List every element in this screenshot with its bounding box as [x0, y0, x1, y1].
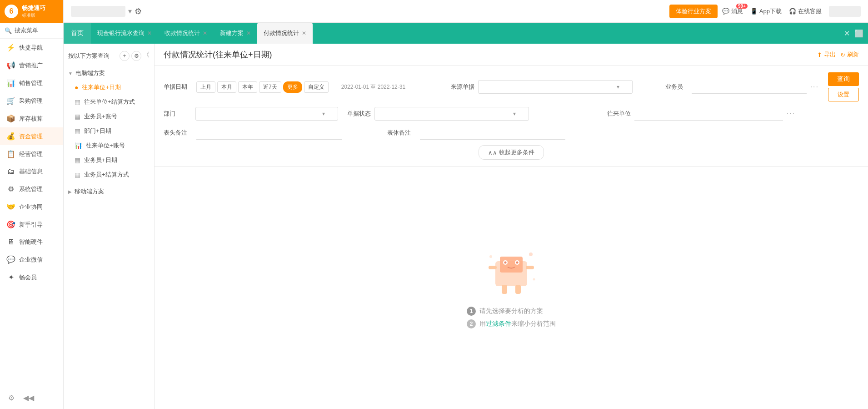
- table-header-note-label: 表头备注: [164, 129, 187, 137]
- scheme-settings-btn[interactable]: ⚙: [131, 51, 141, 61]
- salesman-dots[interactable]: ···: [810, 83, 819, 91]
- logo-sub: 标准版: [22, 12, 45, 19]
- date-btn-this-year[interactable]: 本年: [238, 81, 257, 93]
- date-btn-more[interactable]: 更多: [283, 81, 302, 93]
- right-panel: 付款情况统计(往来单位+日期) ⬆ 导出 ↻ 刷新 单据日期: [155, 44, 868, 409]
- tab-payment-stats[interactable]: 付款情况统计 ✕: [257, 23, 313, 44]
- scheme-add-btn[interactable]: +: [120, 51, 130, 61]
- hint-text-1: 请先选择要分析的方案: [479, 307, 543, 315]
- table-body-note-input[interactable]: [420, 126, 565, 140]
- mobile-group-arrow-icon: ▶: [68, 189, 72, 194]
- collapse-conditions-btn[interactable]: ∧∧ 收起更多条件: [479, 145, 544, 160]
- tab-bank-flow[interactable]: 现金银行流水查询 ✕: [91, 23, 158, 44]
- svg-rect-7: [526, 266, 534, 269]
- scheme-counterpart-date[interactable]: ● 往来单位+日期: [64, 80, 154, 95]
- export-btn[interactable]: ⬆ 导出: [817, 50, 836, 59]
- sidebar-item-basic[interactable]: 🗂 基础信息: [0, 163, 63, 180]
- sidebar-item-sales[interactable]: 📊 销售管理: [0, 74, 63, 92]
- svg-rect-1: [500, 257, 523, 273]
- date-btn-this-month[interactable]: 本月: [217, 81, 236, 93]
- sidebar-item-finance[interactable]: 💰 资金管理: [0, 127, 63, 145]
- search-menu[interactable]: 🔍 搜索菜单: [0, 23, 63, 39]
- tab-home[interactable]: 首页: [64, 23, 91, 44]
- sidebar-item-label: 企业协同: [19, 203, 43, 211]
- collapse-sidebar-btn[interactable]: ◀◀: [22, 391, 35, 404]
- date-filter-label: 单据日期: [164, 83, 187, 91]
- salesman-input[interactable]: [692, 80, 807, 94]
- refresh-btn[interactable]: ↻ 刷新: [840, 50, 859, 59]
- sidebar-bottom: ⚙ ◀◀: [0, 386, 63, 409]
- source-select[interactable]: ▾: [478, 80, 633, 94]
- main-area: ▾ ⚙ 体验行业方案 💬 消息 99+ 📱 App下载 🎧 在线客服 首页: [64, 0, 868, 409]
- scheme-salesman-settle-label: 业务员+结算方式: [84, 171, 129, 179]
- query-btn[interactable]: 查询: [828, 72, 859, 86]
- table-header-note-input[interactable]: [196, 126, 342, 140]
- header-settings-icon[interactable]: ⚙: [135, 6, 142, 16]
- settings-btn[interactable]: 设置: [828, 88, 859, 101]
- app-download-item[interactable]: 📱 App下载: [750, 7, 782, 15]
- scheme-salesman-date[interactable]: ▦ 业务员+日期: [64, 153, 154, 167]
- empty-hints: 1 请先选择要分析的方案 2 用过滤条件来缩小分析范围: [467, 307, 556, 328]
- scheme-counterpart-settle[interactable]: ▦ 往来单位+结算方式: [64, 95, 154, 109]
- message-item[interactable]: 💬 消息 99+: [722, 7, 743, 15]
- date-btn-custom[interactable]: 自定义: [304, 81, 329, 93]
- scheme-salesman-settle[interactable]: ▦ 业务员+结算方式: [64, 167, 154, 182]
- empty-illustration: [482, 247, 541, 298]
- filter-area: 单据日期 上月 本月 本年 近7天 更多 自定义 2022-01-01 至 20…: [155, 66, 868, 167]
- sidebar-item-label: 库存核算: [19, 115, 43, 123]
- system-icon: ⚙: [6, 185, 15, 193]
- counterpart-dots[interactable]: ···: [787, 110, 795, 118]
- sidebar-item-system[interactable]: ⚙ 系统管理: [0, 180, 63, 198]
- scheme-dept-date[interactable]: ▦ 部门+日期: [64, 124, 154, 138]
- sidebar-item-label: 营销推广: [19, 61, 43, 70]
- tab-bank-flow-close[interactable]: ✕: [147, 30, 152, 36]
- salesman-date-icon: ▦: [75, 157, 80, 164]
- scheme-group-mobile-title[interactable]: ▶ 移动端方案: [64, 185, 154, 198]
- tab-new-scheme[interactable]: 新建方案 ✕: [214, 23, 257, 44]
- tab-income-stats[interactable]: 收款情况统计 ✕: [158, 23, 214, 44]
- tab-maximize-btn[interactable]: ⬜: [854, 29, 863, 38]
- sidebar-item-guide[interactable]: 🎯 新手引导: [0, 216, 63, 233]
- scheme-header: 按以下方案查询 + ⚙ 《: [64, 48, 154, 64]
- online-service-item[interactable]: 🎧 在线客服: [789, 7, 822, 15]
- sidebar-item-wechat[interactable]: 💬 企业微信: [0, 251, 63, 268]
- tab-close-all-btn[interactable]: ✕: [844, 29, 850, 38]
- source-filter-label: 来源单据: [451, 83, 474, 91]
- dept-select-arrow-icon: ▾: [322, 111, 325, 117]
- main-content: 1 请先选择要分析的方案 2 用过滤条件来缩小分析范围: [155, 167, 868, 409]
- sales-icon: 📊: [6, 79, 15, 87]
- user-info-placeholder: [829, 6, 861, 17]
- doc-status-select[interactable]: ▾: [374, 107, 529, 121]
- trial-btn[interactable]: 体验行业方案: [669, 5, 718, 18]
- svg-point-11: [529, 252, 533, 256]
- date-btn-last-month[interactable]: 上月: [196, 81, 215, 93]
- settings-bottom-btn[interactable]: ⚙: [5, 391, 18, 404]
- sidebar-item-hardware[interactable]: 🖥 智能硬件: [0, 233, 63, 251]
- scheme-counterpart-account[interactable]: 📊 往来单位+账号: [64, 138, 154, 153]
- counterpart-input[interactable]: [634, 107, 783, 121]
- dept-select[interactable]: ▾: [195, 107, 338, 121]
- sidebar-item-marketing[interactable]: 📢 营销推广: [0, 56, 63, 74]
- date-btn-7days[interactable]: 近7天: [259, 81, 281, 93]
- pc-group-label: 电脑端方案: [75, 69, 105, 77]
- tab-new-scheme-close[interactable]: ✕: [246, 30, 251, 36]
- scheme-collapse-btn[interactable]: 《: [143, 51, 150, 61]
- app-download-label: App下载: [759, 7, 782, 15]
- export-label: 导出: [824, 50, 836, 59]
- sidebar-item-inventory[interactable]: 📦 库存核算: [0, 110, 63, 127]
- user-dropdown-arrow[interactable]: ▾: [128, 7, 132, 15]
- salesman-filter-label: 业务员: [665, 83, 688, 91]
- scheme-counterpart-settle-label: 往来单位+结算方式: [84, 98, 135, 106]
- scheme-salesman-account[interactable]: ▦ 业务员+账号: [64, 109, 154, 124]
- counterpart-date-icon: ●: [75, 84, 78, 91]
- sidebar-item-member[interactable]: ✦ 畅会员: [0, 268, 63, 286]
- sidebar-item-label: 销售管理: [19, 79, 43, 87]
- message-icon: 💬: [722, 8, 729, 15]
- scheme-group-pc-title[interactable]: ▼ 电脑端方案: [64, 66, 154, 80]
- sidebar-item-operations[interactable]: 📋 经营管理: [0, 145, 63, 163]
- tab-payment-stats-close[interactable]: ✕: [302, 30, 306, 36]
- sidebar-item-quick-nav[interactable]: ⚡ 快捷导航: [0, 39, 63, 56]
- sidebar-item-purchase[interactable]: 🛒 采购管理: [0, 92, 63, 110]
- sidebar-item-enterprise[interactable]: 🤝 企业协同: [0, 198, 63, 216]
- tab-income-stats-close[interactable]: ✕: [203, 30, 207, 36]
